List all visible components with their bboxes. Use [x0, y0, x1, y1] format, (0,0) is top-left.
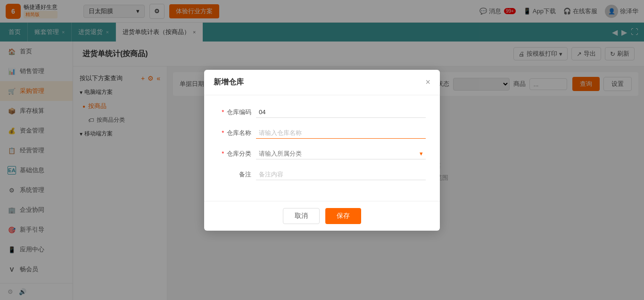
modal-title: 新增仓库 — [214, 77, 244, 87]
category-select-wrapper[interactable]: ▾ — [256, 148, 426, 159]
form-row-category: * 仓库分类 ▾ — [218, 148, 426, 159]
form-row-code: * 仓库编码 — [218, 107, 426, 118]
cancel-button[interactable]: 取消 — [283, 208, 320, 224]
note-input[interactable] — [256, 169, 426, 180]
category-label: * 仓库分类 — [218, 150, 251, 158]
modal-body: * 仓库编码 * 仓库名称 * 仓库分类 — [204, 95, 440, 201]
modal-overlay: 新增仓库 × * 仓库编码 * 仓库名称 — [0, 0, 644, 300]
form-row-note: 备注 — [218, 169, 426, 180]
name-input[interactable] — [256, 127, 426, 139]
note-label: 备注 — [218, 170, 251, 179]
name-label: * 仓库名称 — [218, 129, 251, 137]
modal-footer: 取消 保存 — [204, 201, 440, 231]
category-input[interactable] — [259, 150, 420, 157]
modal-close-button[interactable]: × — [425, 77, 430, 87]
modal-header: 新增仓库 × — [204, 70, 440, 95]
save-button[interactable]: 保存 — [325, 208, 361, 224]
modal-add-warehouse: 新增仓库 × * 仓库编码 * 仓库名称 — [204, 70, 440, 231]
form-row-name: * 仓库名称 — [218, 127, 426, 139]
code-label: * 仓库编码 — [218, 108, 251, 117]
chevron-category-icon: ▾ — [420, 150, 423, 157]
code-input[interactable] — [256, 107, 426, 118]
